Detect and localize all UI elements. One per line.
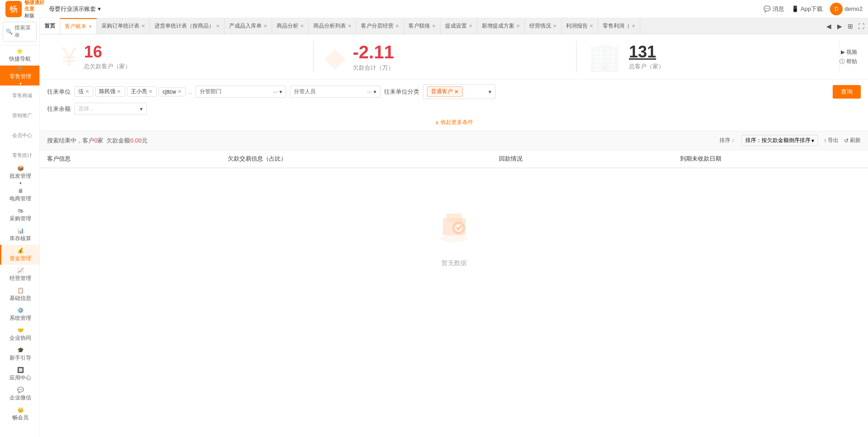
inventory-icon: 📊 [17,228,24,234]
sidebar-item-wechat[interactable]: 💬 企业微信 [0,384,39,404]
logo-area: 畅 畅捷通好生意 标版 [5,0,45,19]
remove-chen-btn[interactable]: ✕ [117,89,121,95]
tab-profit-report[interactable]: 利润报告 ✕ [561,18,598,34]
tab-biz-status[interactable]: 经营情况 ✕ [525,18,561,34]
sidebar-item-purchase[interactable]: 🛍 采购管理 [0,205,39,225]
tab-customer-account[interactable]: 客户账本 ✕ [60,18,97,34]
newbie-icon: 🎓 [17,347,24,353]
search-menu-btn[interactable]: 🔍 搜索菜单 [3,22,37,42]
tab-goods-analysis[interactable]: 商品分析 ✕ [272,18,309,34]
tab-prev-btn[interactable]: ◀ [824,21,834,31]
chevron-icon-wholesale: ▾ [19,181,22,185]
tab-close-purchase[interactable]: ✕ [141,24,145,28]
tab-close-customer[interactable]: ✕ [88,24,92,29]
dept-select[interactable]: 分管部门 ··· ▾ [196,86,286,98]
wechat-icon: 💬 [17,387,24,393]
tag-wang: 王小亮 ✕ [127,86,157,97]
results-info: 搜索结果中，客户0家 欠款金额0.00元 [47,137,148,145]
user-btn[interactable]: D demo2 [830,3,863,15]
tab-close-gl[interactable]: ✕ [348,24,351,28]
sidebar-item-enterprise[interactable]: 🤝 企业协同 [0,324,39,344]
remove-category-btn[interactable]: ✕ [454,89,459,95]
tab-customer-layer[interactable]: 客户分层经营 ✕ [356,18,404,34]
tab-expand-btn[interactable]: ⊞ [845,21,855,31]
sidebar-item-basic[interactable]: 📋 基础信息 [0,285,39,304]
tab-next-btn[interactable]: ▶ [834,21,844,31]
stat-customer-count: 16 [84,43,131,61]
tab-close-rp[interactable]: ✕ [632,24,635,28]
remove-cjttcw-btn[interactable]: ✕ [177,89,182,95]
tab-production[interactable]: 产成品入库单 ✕ [225,18,272,34]
stat-customers: ¥ 16 总欠款客户（家） [51,41,313,72]
sidebar-item-member[interactable]: 会员中心 [0,125,39,145]
tab-commission-setting[interactable]: 提成设置 ✕ [441,18,477,34]
tab-close-pr[interactable]: ✕ [590,24,593,28]
balance-select[interactable]: 选择... ▾ [74,103,147,115]
tab-goods-list[interactable]: 商品分析列表 ✕ [309,18,356,34]
tab-goods-stat[interactable]: 进货单统计表（按商品） ✕ [150,18,225,34]
tab-fullscreen-btn[interactable]: ⛶ [856,21,866,31]
sort-label: 排序： [719,137,736,144]
search-btn[interactable]: 查询 [833,85,861,99]
sort-select[interactable]: 排序：按欠款金额倒序排序 ▾ [741,135,818,146]
tab-close-prod[interactable]: ✕ [264,24,267,28]
sidebar-item-ecommerce[interactable]: 🖥 电商管理 [0,185,39,205]
sidebar-item-finance[interactable]: 💰 资金管理 [0,245,39,265]
app-download-btn[interactable]: 📱 App下载 [791,5,823,13]
sidebar-quick-nav[interactable]: ⭐ 快捷导航 [0,46,39,66]
export-btn[interactable]: ↑ 导出 [824,137,839,144]
messages-btn[interactable]: 💬 消息 [763,5,784,13]
refresh-btn[interactable]: ↺ 刷新 [844,137,861,144]
sidebar-item-wholesale[interactable]: 📦 批发管理 ▾ [0,165,39,185]
sidebar-item-retail-stat[interactable]: 零售统计 [0,145,39,165]
tab-home[interactable]: 首页 [40,18,60,34]
sidebar: 🔍 搜索菜单 ⭐ 快捷导航 🛒 零售管理 ▾ 零售商城 营销推广 会员中心 [0,18,40,437]
category-tag: 普通客户 ✕ [427,86,463,97]
results-right: 排序： 排序：按欠款金额倒序排序 ▾ ↑ 导出 ↺ 刷新 [719,135,861,146]
logo-icon: 畅 [5,1,22,17]
ecommerce-icon: 🖥 [18,188,23,194]
sidebar-item-vip[interactable]: 👑 畅会员 [0,404,39,424]
remove-wang-btn[interactable]: ✕ [149,89,153,95]
chevron-person: ▾ [374,89,376,95]
tab-close-ga[interactable]: ✕ [300,24,304,28]
more-tags-btn[interactable]: ... [187,89,192,95]
tab-purchase-stats[interactable]: 采购订单统计表 ✕ [97,18,150,34]
sidebar-item-apps[interactable]: 🔲 应用中心 [0,364,39,384]
remove-wu-btn[interactable]: ✕ [85,89,89,95]
sidebar-item-marketing[interactable]: 营销推广 [0,105,39,125]
help-btn[interactable]: ⓘ 帮助 [839,58,857,66]
video-btn[interactable]: ▶ 视频 [841,48,857,56]
person-select[interactable]: 分管人员 ··· ▾ [290,86,380,98]
sidebar-item-system[interactable]: ⚙️ 系统管理 [0,304,39,324]
tab-close-cl[interactable]: ✕ [395,24,399,28]
table-area: 客户信息 欠款交易信息（占比） 回款情况 到期未收款日期 [40,150,868,437]
table-header: 客户信息 欠款交易信息（占比） 回款情况 到期未收款日期 [40,150,868,168]
tabs-nav: 首页 客户账本 ✕ 采购订单统计表 ✕ 进货单统计表（按商品） ✕ 产成品入库单… [40,18,868,34]
company-selector[interactable]: 母婴行业演示账套 ▾ [45,5,763,13]
category-filter-label: 往来单位分类 [384,88,419,96]
tab-new-scheme[interactable]: 新增提成方案 ✕ [477,18,525,34]
tab-close-ns[interactable]: ✕ [516,24,520,28]
stat-amount: ◆ -2.11 欠款合计（万） [313,41,576,73]
tab-close-cc[interactable]: ✕ [432,24,436,28]
sidebar-item-ops[interactable]: 📈 经营管理 [0,265,39,285]
sidebar-item-inventory[interactable]: 📊 库存核算 [0,225,39,245]
stat-customer-label: 总欠款客户（家） [84,62,131,71]
collapse-btn[interactable]: ∧ 收起更多条件 [435,119,473,126]
tag-wu: 伍 ✕ [74,86,93,97]
sidebar-item-retail[interactable]: 🛒 零售管理 ▾ [0,66,39,86]
sidebar-item-newbie[interactable]: 🎓 新手引导 [0,344,39,364]
search-icon: 🔍 [6,28,13,35]
logo-text: 畅捷通好生意 标版 [24,0,45,19]
tab-close-bs[interactable]: ✕ [553,24,556,28]
sidebar-item-retail-mall[interactable]: 零售商城 [0,86,39,105]
tab-retail-profit[interactable]: 零售利润（ ✕ [598,18,640,34]
ellipsis-dept: ··· [273,89,278,95]
message-icon: 💬 [763,5,771,12]
category-select[interactable]: 普通客户 ✕ ▾ [423,84,495,99]
tab-close-cs[interactable]: ✕ [469,24,472,28]
tab-close-goods[interactable]: ✕ [216,24,220,28]
tab-customer-contact[interactable]: 客户联络 ✕ [404,18,441,34]
play-icon: ▶ [841,49,845,55]
